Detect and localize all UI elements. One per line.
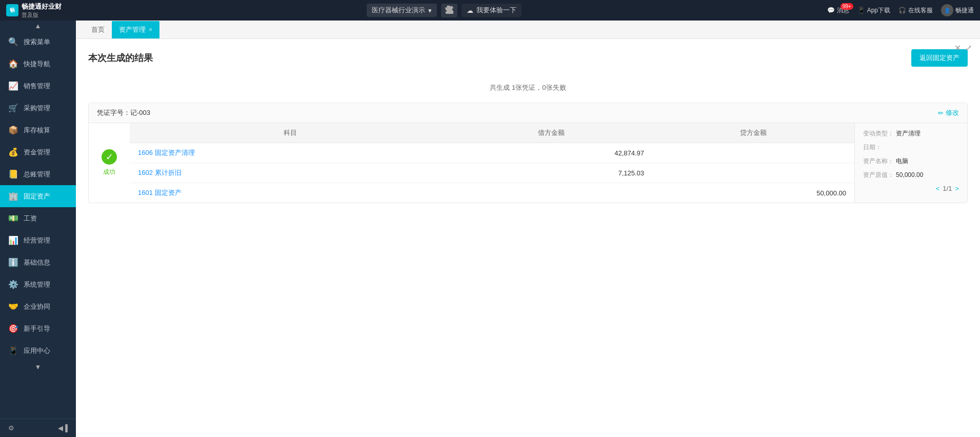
result-summary: 共生成 1张凭证，0张失败 [88,77,968,98]
sidebar-settings-icon[interactable]: ⚙ [8,424,14,432]
logo-sub: 普及版 [22,11,62,19]
fixed-assets-icon: 🏢 [8,191,18,201]
sidebar-bottom: ⚙ ◀▐ [0,419,76,437]
user-menu[interactable]: 👤 畅捷通 [941,4,974,16]
content-area: 首页 资产管理 × ✕ ⤢ 本次生成的结果 返回固定资产 共生成 1张凭证，0张… [76,21,980,437]
sidebar-label-sales: 销售管理 [24,82,50,91]
page-content: ✕ ⤢ 本次生成的结果 返回固定资产 共生成 1张凭证，0张失败 凭证字号：记-… [76,39,980,437]
online-service-button[interactable]: 🎧 在线客服 [898,6,933,15]
sidebar-item-operations[interactable]: 📊 经营管理 [0,229,76,251]
online-service-icon: 🎧 [898,7,906,14]
asset-name-label: 资产名称： [863,157,896,166]
app-center-icon: 📱 [8,346,18,355]
sidebar-item-sales[interactable]: 📈 销售管理 [0,75,76,97]
credit-3: 50,000.00 [652,183,854,203]
app-download-label: App下载 [867,6,890,15]
voucher-number: 凭证字号：记-003 [97,108,150,117]
voucher-table: 科目 借方金额 贷方金额 1606 固定资产清理 42,874.97 [130,123,854,203]
detail-pagination: < 1/1 > [863,185,959,192]
sidebar-item-quick-nav[interactable]: 🏠 快捷导航 [0,53,76,75]
sidebar-label-system: 系统管理 [24,280,50,289]
main-layout: ▲ 🔍 搜索菜单 🏠 快捷导航 📈 销售管理 🛒 采购管理 📦 库存核算 💰 资… [0,21,980,437]
page-title: 本次生成的结果 [88,52,153,64]
sidebar-item-payroll[interactable]: 💵 工资 [0,207,76,229]
sidebar-label-operations: 经营管理 [24,236,50,245]
page-prev[interactable]: < [936,185,940,192]
change-type-value: 资产清理 [896,129,921,138]
edit-button[interactable]: ✏ 修改 [938,108,959,117]
top-header: 畅 畅捷通好业财 普及版 医疗器械行业演示 ▾ ☁ 我要体验一下 💬 消息 99… [0,0,980,21]
asset-name-value: 电脑 [896,157,908,166]
settings-button[interactable] [441,4,457,17]
sidebar-item-app-center[interactable]: 📱 应用中心 [0,340,76,362]
change-type-row: 变动类型： 资产清理 [863,129,959,138]
page-info: 1/1 [943,185,952,192]
experience-label: 我要体验一下 [476,6,516,15]
sidebar-label-inventory: 库存核算 [24,126,50,135]
sidebar-item-ledger[interactable]: 📒 总账管理 [0,163,76,185]
sidebar-collapse-icon[interactable]: ◀▐ [58,424,68,432]
purchase-icon: 🛒 [8,103,18,113]
logo-area: 畅 畅捷通好业财 普及版 [6,2,62,19]
expand-button[interactable]: ⤢ [965,43,972,53]
edit-icon: ✏ [938,109,944,117]
debit-2: 7,125.03 [450,163,652,183]
notifications-button[interactable]: 💬 消息 99+ [827,6,849,15]
sidebar-label-purchase: 采购管理 [24,104,50,113]
basic-info-icon: ℹ️ [8,257,18,267]
tab-asset-management[interactable]: 资产管理 × [112,21,159,38]
sidebar-item-search[interactable]: 🔍 搜索菜单 [0,31,76,53]
ledger-icon: 📒 [8,169,18,179]
sidebar-item-finance[interactable]: 💰 资金管理 [0,141,76,163]
sidebar-label-app-center: 应用中心 [24,346,50,355]
sidebar-item-basic-info[interactable]: ℹ️ 基础信息 [0,251,76,273]
notifications-badge: 99+ [841,3,853,10]
sidebar-item-guide[interactable]: 🎯 新手引导 [0,317,76,340]
company-selector[interactable]: 医疗器械行业演示 ▾ [367,4,437,17]
inventory-icon: 📦 [8,125,18,135]
search-icon: 🔍 [8,37,18,47]
tab-close-icon[interactable]: × [149,26,152,33]
col-credit: 贷方金额 [652,123,854,143]
header-right: 💬 消息 99+ 📱 App下载 🎧 在线客服 👤 畅捷通 [827,4,974,16]
asset-value-value: 50,000.00 [896,171,923,178]
debit-1: 42,874.97 [450,143,652,163]
tab-home[interactable]: 首页 [84,21,112,38]
success-icon: ✓ [102,149,117,165]
experience-button[interactable]: ☁ 我要体验一下 [462,4,522,17]
col-debit: 借方金额 [450,123,652,143]
date-label: 日期： [863,143,896,152]
sidebar-label-fixed-assets: 固定资产 [24,192,50,201]
summary-text: 共生成 1张凭证，0张失败 [490,84,566,91]
sidebar-item-system[interactable]: ⚙️ 系统管理 [0,273,76,295]
close-button[interactable]: ✕ [954,43,961,53]
sidebar-scroll-up[interactable]: ▲ [0,21,76,31]
sidebar-item-purchase[interactable]: 🛒 采购管理 [0,97,76,119]
col-subject: 科目 [130,123,450,143]
guide-icon: 🎯 [8,324,18,333]
sales-icon: 📈 [8,81,18,91]
sidebar-scroll-down[interactable]: ▼ [0,362,76,372]
company-name: 医疗器械行业演示 [372,6,425,15]
table-row: 1602 累计折旧 7,125.03 [130,163,854,183]
window-controls: ✕ ⤢ [954,43,972,53]
sidebar-item-inventory[interactable]: 📦 库存核算 [0,119,76,141]
voucher-body: ✓ 成功 科目 借方金额 贷方金额 [89,123,967,203]
app-download-button[interactable]: 📱 App下载 [857,6,890,15]
online-service-label: 在线客服 [908,6,933,15]
finance-icon: 💰 [8,147,18,157]
user-name: 畅捷通 [955,6,974,15]
sidebar-item-fixed-assets[interactable]: 🏢 固定资产 [0,185,76,207]
tab-home-label: 首页 [91,26,105,33]
subject-1: 1606 固定资产清理 [130,143,450,163]
change-type-label: 变动类型： [863,129,896,138]
page-next[interactable]: > [955,185,959,192]
date-row: 日期： [863,143,959,152]
home-icon: 🏠 [8,59,18,69]
sidebar-label-cooperation: 企业协同 [24,302,50,311]
sidebar-label-quick-nav: 快捷导航 [24,59,50,69]
voucher-table-wrapper: 科目 借方金额 贷方金额 1606 固定资产清理 42,874.97 [130,123,854,203]
logo-icon: 畅 [6,4,18,16]
sidebar-item-cooperation[interactable]: 🤝 企业协同 [0,295,76,317]
table-row: 1601 固定资产 50,000.00 [130,183,854,203]
